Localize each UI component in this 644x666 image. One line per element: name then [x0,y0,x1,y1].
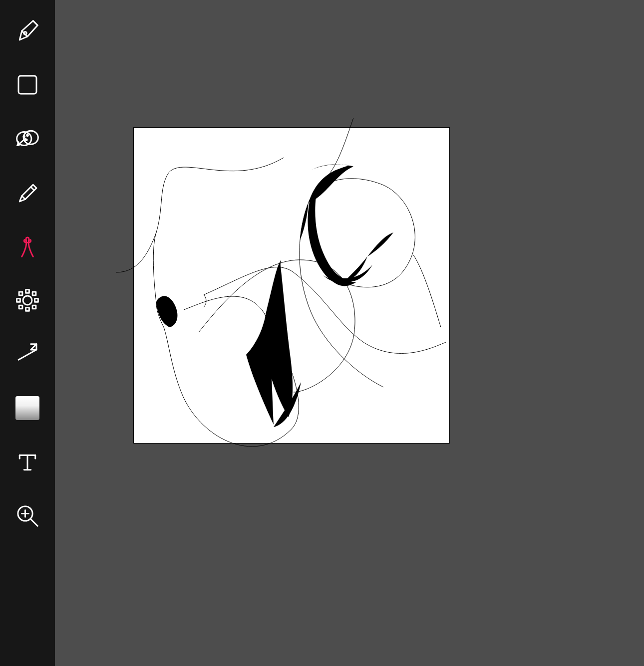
zoom-tool[interactable] [7,492,47,540]
shape-builder-icon [14,125,41,152]
svg-point-4 [23,136,25,137]
gradient-swatch-icon [15,396,39,420]
pencil-icon [14,179,41,206]
svg-point-0 [24,32,27,35]
svg-point-5 [27,135,28,136]
zoom-icon [14,502,41,529]
shape-builder-tool[interactable] [7,115,47,163]
svg-rect-15 [32,305,36,309]
gradient-tool[interactable] [7,384,47,432]
width-tool[interactable] [7,222,47,270]
rotate-tool[interactable] [7,276,47,324]
rotate-icon [14,287,41,314]
svg-rect-11 [35,299,38,302]
toolbar [0,0,55,666]
svg-point-7 [23,296,32,305]
svg-rect-8 [26,290,29,293]
selection-tool[interactable] [7,330,47,378]
arrow-icon [14,341,41,368]
svg-rect-10 [17,299,20,302]
artboard[interactable] [134,128,449,443]
svg-rect-12 [19,292,22,295]
svg-rect-14 [19,305,22,309]
pen-icon [14,17,41,44]
canvas-workspace[interactable] [55,0,644,666]
text-tool[interactable] [7,438,47,486]
svg-rect-13 [32,292,36,295]
pencil-tool[interactable] [7,169,47,217]
rectangle-tool[interactable] [7,61,47,109]
text-icon [14,448,41,475]
svg-point-6 [25,139,27,141]
ribbon-icon [14,233,41,260]
svg-rect-9 [26,308,29,311]
pen-tool[interactable] [7,7,47,55]
svg-rect-1 [18,76,36,94]
rectangle-icon [14,71,41,98]
